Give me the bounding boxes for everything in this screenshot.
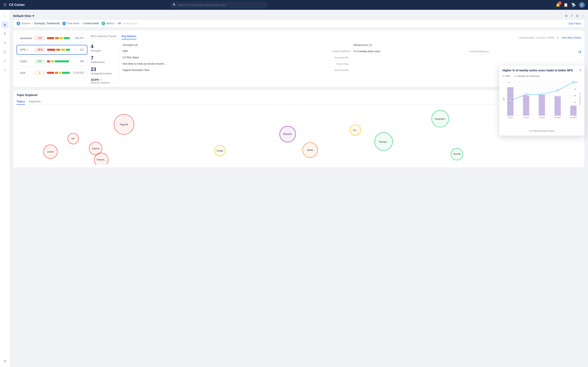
sidebar-item-tasks[interactable]: ✓ bbox=[1, 66, 9, 73]
kd-item-name: How likely is it that you would recomm..… bbox=[122, 62, 166, 65]
nps-legend-dot bbox=[502, 76, 505, 76]
avatar[interactable]: U bbox=[579, 2, 585, 8]
sidebar-item-network[interactable]: ⊹ bbox=[1, 57, 9, 64]
tab-key-drivers[interactable]: Key Drivers bbox=[122, 33, 136, 39]
topic-bubble-outage[interactable]: Outage bbox=[214, 145, 225, 156]
svg-text:80-100%: 80-100% bbox=[570, 117, 577, 119]
topic-bubble-leaves[interactable]: Leaves bbox=[43, 145, 58, 159]
broadcast-icon[interactable]: 📡 bbox=[571, 3, 576, 7]
strengths-list-item[interactable]: CX Risk StatusScorecard Me... bbox=[122, 54, 350, 61]
unimportant-count-block: 23 Unimportant drivers bbox=[91, 67, 116, 75]
svg-point-24 bbox=[525, 94, 527, 96]
sidebar-item-home[interactable]: ⌂ bbox=[1, 12, 9, 20]
more-options-icon[interactable]: ⋮ bbox=[581, 14, 585, 18]
sidebar-item-cx[interactable]: ⚙ bbox=[1, 21, 9, 29]
weaknesses-col-title: Weaknesses (7) bbox=[354, 44, 581, 47]
metric-card-csat[interactable]: CSAT 62% 365 bbox=[17, 57, 87, 66]
metric-count: 381,871 bbox=[75, 37, 84, 40]
topic-bubble-migration[interactable]: Migration bbox=[279, 126, 296, 142]
sidebar-item-calendar[interactable]: ◫ bbox=[1, 48, 9, 55]
topic-bubble-integration[interactable]: Integration bbox=[432, 110, 449, 127]
strengths-list-item[interactable]: Support Resolution TimeScorecard Me... bbox=[122, 67, 350, 73]
bar-segment bbox=[55, 37, 59, 39]
bar-segment bbox=[62, 72, 70, 74]
svg-text:40: 40 bbox=[574, 101, 576, 103]
kd-item-name: ARR bbox=[122, 50, 128, 53]
left-metrics-panel: Sentiment -4.6 381,871 NPSⓘ -99.9 212 CS… bbox=[17, 33, 87, 84]
metric-name: NPSⓘ bbox=[20, 48, 33, 51]
bar-segment bbox=[55, 72, 58, 74]
search-icon: 🔍 bbox=[173, 3, 176, 7]
legend-customers: Number of Customers bbox=[515, 75, 540, 77]
kd-item-type: Scorecard Me... bbox=[334, 56, 350, 59]
sidebar-item-revenue[interactable]: $ bbox=[1, 30, 9, 38]
chart-legend: NPS Number of Customers bbox=[502, 75, 581, 77]
topic-bubble-hr[interactable]: HR bbox=[67, 133, 79, 144]
search-input[interactable] bbox=[178, 3, 265, 7]
metric-score: 62% bbox=[35, 59, 44, 63]
svg-text:100: 100 bbox=[574, 81, 577, 83]
sidebar-item-layers[interactable]: ≡ bbox=[1, 39, 9, 47]
topic-bubble-naviga[interactable]: Naviga... bbox=[374, 132, 393, 151]
kd-item-type: Scorecard Measure bbox=[469, 50, 489, 53]
svg-rect-20 bbox=[539, 95, 545, 116]
variance-value: 18.5% bbox=[91, 78, 99, 81]
bookmarks-icon[interactable]: 📋 bbox=[563, 3, 568, 7]
metric-card-nps[interactable]: NPSⓘ -99.9 212 bbox=[17, 45, 87, 55]
weaknesses-list-item[interactable]: % of weekly active usersScorecard Measur… bbox=[354, 48, 581, 55]
metric-bar bbox=[47, 60, 77, 62]
view-more-button[interactable]: View More Details bbox=[562, 36, 581, 39]
chart-icon[interactable]: 📊 bbox=[578, 50, 581, 53]
topic-bubble-ser[interactable]: Ser... bbox=[350, 125, 361, 136]
search-bar[interactable]: 🔍 bbox=[170, 2, 268, 8]
topic-bubble-mobile[interactable]: Mobile bbox=[303, 142, 318, 158]
share-arrow-icon[interactable]: ⇧ bbox=[571, 14, 573, 18]
bar-segment bbox=[61, 49, 65, 51]
tab-nps-historical[interactable]: NPS Historical Trends bbox=[91, 33, 117, 39]
filter-b-label: B bbox=[62, 22, 66, 25]
view-title-button[interactable]: Default View ▾ bbox=[13, 14, 34, 18]
bar-segment bbox=[47, 72, 54, 74]
popup-close-button[interactable]: ✕ bbox=[579, 68, 582, 72]
refresh-info: Last Refreshed - 12/12/20, 4:43PM bbox=[519, 36, 554, 39]
topic-bubble-timeshe[interactable]: Timeshe... bbox=[94, 153, 108, 164]
filter-b-value[interactable]: Current month bbox=[83, 22, 99, 25]
topic-bubble-benefits[interactable]: Benefits bbox=[451, 148, 463, 160]
strengths-column: Strengths (4) ARRCompany AttributeCX Ris… bbox=[122, 44, 350, 84]
menu-icon[interactable]: ☰ bbox=[3, 3, 7, 7]
refresh-icon[interactable]: ↻ bbox=[557, 36, 559, 40]
variance-label: Variance explained bbox=[91, 81, 116, 84]
metric-name: Sentiment bbox=[20, 37, 32, 40]
kd-item-name: % of weekly active users bbox=[354, 50, 380, 53]
bubbles-container: MigrationPayrollHRUpgradeLeavesIntegrati… bbox=[17, 107, 581, 164]
svg-text:80: 80 bbox=[574, 88, 576, 90]
tab-keywords[interactable]: Keywords bbox=[29, 99, 41, 105]
nav-right-icons: 🔔 9 📋 📡 U bbox=[556, 2, 585, 8]
bar-segment bbox=[51, 60, 54, 62]
legend-nps: NPS bbox=[502, 75, 510, 77]
metric-card-ces[interactable]: CES 2 1,476,512 bbox=[17, 68, 87, 77]
kd-item-type: Scorecard Me... bbox=[334, 69, 350, 71]
tab-topics[interactable]: Topics bbox=[17, 99, 25, 105]
filter-a-value[interactable]: Survey(5), Timeline(All) bbox=[34, 22, 60, 25]
share-circle-icon[interactable]: ⊕ bbox=[565, 14, 568, 18]
filter-a: A Sources = Survey(5), Timeline(All) bbox=[17, 22, 60, 25]
filter-c-value[interactable]: All bbox=[118, 22, 121, 25]
view-title-label: Default View bbox=[13, 14, 31, 17]
svg-rect-21 bbox=[554, 96, 561, 116]
info-icon[interactable]: ⓘ bbox=[100, 78, 102, 81]
metric-card-sentiment[interactable]: Sentiment -4.6 381,871 bbox=[17, 33, 87, 43]
filter-b: B Time frame = Current month bbox=[62, 22, 99, 25]
strengths-list-item[interactable]: ARRCompany Attribute bbox=[122, 48, 350, 54]
topic-bubble-payroll[interactable]: Payroll bbox=[114, 114, 134, 134]
topic-explorer-title: Topic Explorer bbox=[17, 93, 581, 97]
filter-a-name: Sources bbox=[21, 22, 30, 25]
filter-icon[interactable]: ⊟ bbox=[576, 14, 579, 18]
edit-filters-button[interactable]: Edit Filters bbox=[569, 22, 581, 25]
bar-segment bbox=[66, 49, 70, 51]
strengths-list-item[interactable]: How likely is it that you would recomm..… bbox=[122, 61, 350, 67]
nps-info-icon[interactable]: ⓘ bbox=[26, 49, 28, 51]
toolbar: Default View ▾ ⊕ ⇧ ⊟ ⋮ bbox=[13, 12, 585, 19]
svg-rect-19 bbox=[523, 95, 529, 115]
notification-bell[interactable]: 🔔 9 bbox=[556, 3, 560, 7]
